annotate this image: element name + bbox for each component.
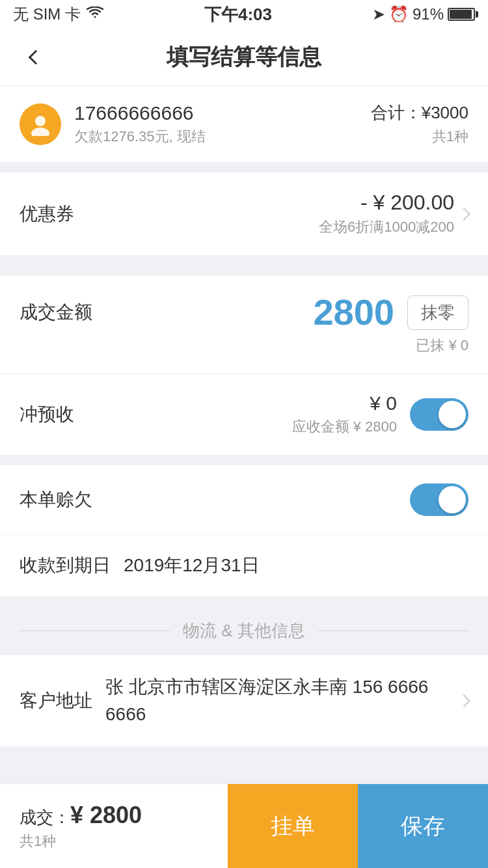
user-section: 17666666666 欠款1276.35元, 现结 合计：¥3000 共1种: [0, 86, 488, 162]
coupon-desc: 全场6折满1000减200: [319, 217, 454, 237]
coupon-label: 优惠券: [20, 202, 74, 226]
prepaid-sub: 应收金额 ¥ 2800: [292, 417, 397, 437]
divider-line-right: [318, 631, 468, 631]
svg-point-0: [35, 116, 46, 126]
user-debt: 欠款1276.35元, 现结: [74, 127, 206, 146]
bottom-summary: 成交：¥ 2800 共1种: [0, 802, 228, 851]
arrears-toggle-knob: [439, 486, 466, 513]
chevron-right-icon: [457, 208, 470, 221]
total-count: 共1种: [371, 127, 468, 146]
duedate-label: 收款到期日: [20, 553, 111, 578]
arrears-toggle[interactable]: [410, 483, 468, 516]
page-title: 填写结算等信息: [52, 42, 436, 72]
location-icon: ➤: [372, 5, 385, 23]
prepaid-toggle[interactable]: [410, 398, 468, 431]
prepaid-section: 冲预收 ¥ 0 应收金额 ¥ 2800: [0, 373, 488, 455]
status-right: ➤ ⏰ 91%: [372, 5, 475, 23]
divider-1: [0, 265, 488, 276]
prepaid-label: 冲预收: [20, 402, 74, 427]
arrears-duedate-card: 本单赊欠 收款到期日 2019年12月31日: [0, 465, 488, 596]
save-button[interactable]: 保存: [358, 784, 488, 868]
battery-percent: 91%: [413, 5, 444, 23]
sim-status: 无 SIM 卡: [13, 4, 81, 25]
bottom-deal-prefix: 成交：: [20, 807, 70, 827]
coupon-discount: - ¥ 200.00: [319, 191, 454, 215]
deal-section: 成交金额 2800 抹零 已抹 ¥ 0: [0, 276, 488, 373]
user-phone: 17666666666: [74, 102, 206, 124]
address-value: 张 北京市市辖区海淀区永丰南 156 6666 6666: [105, 673, 454, 728]
divider-2: [0, 455, 488, 465]
wifi-icon: [86, 5, 104, 23]
duedate-value: 2019年12月31日: [124, 553, 260, 578]
content: 17666666666 欠款1276.35元, 现结 合计：¥3000 共1种 …: [0, 86, 488, 831]
address-chevron-icon: [457, 694, 470, 707]
divider-line-left: [20, 631, 170, 631]
toggle-knob: [439, 401, 466, 428]
alarm-icon: ⏰: [389, 5, 409, 23]
address-section[interactable]: 客户地址 张 北京市市辖区海淀区永丰南 156 6666 6666: [0, 655, 488, 746]
hang-button[interactable]: 挂单: [228, 784, 358, 868]
battery-icon: [448, 8, 475, 21]
round-button[interactable]: 抹零: [407, 295, 468, 330]
back-button[interactable]: [20, 41, 52, 74]
deal-amount: 2800: [313, 294, 394, 331]
logistics-label: 物流 & 其他信息: [170, 619, 318, 642]
arrears-section: 本单赊欠: [0, 465, 488, 534]
deal-prepaid-card: 成交金额 2800 抹零 已抹 ¥ 0 冲预收 ¥ 0 应收金额 ¥ 2800: [0, 276, 488, 455]
coupon-section[interactable]: 优惠券 - ¥ 200.00 全场6折满1000减200: [0, 172, 488, 255]
bottom-deal-row: 成交：¥ 2800: [20, 802, 208, 829]
deal-sub: 已抹 ¥ 0: [20, 336, 468, 355]
duedate-section: 收款到期日 2019年12月31日: [0, 534, 488, 596]
header: 填写结算等信息: [0, 29, 488, 86]
total-label: 合计：¥3000: [371, 102, 468, 124]
arrears-label: 本单赊欠: [20, 487, 92, 512]
bottom-count: 共1种: [20, 832, 208, 851]
deal-label: 成交金额: [20, 300, 92, 325]
prepaid-amount: ¥ 0: [292, 392, 397, 414]
bottom-bar: 成交：¥ 2800 共1种 挂单 保存: [0, 783, 488, 868]
status-time: 下午4:03: [204, 3, 272, 26]
address-label: 客户地址: [20, 688, 92, 713]
back-arrow-icon: [29, 49, 44, 64]
bottom-deal-amount: ¥ 2800: [70, 802, 142, 828]
logistics-divider: 物流 & 其他信息: [0, 606, 488, 655]
svg-point-1: [31, 128, 49, 136]
avatar: [20, 103, 61, 145]
status-bar: 无 SIM 卡 下午4:03 ➤ ⏰ 91%: [0, 0, 488, 29]
status-left: 无 SIM 卡: [13, 4, 104, 25]
